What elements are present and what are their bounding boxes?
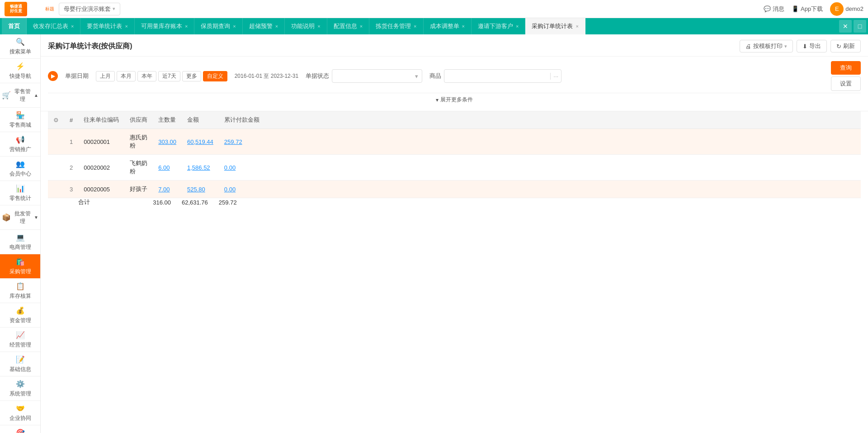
tab-collect-close[interactable]: × (71, 24, 74, 29)
sidebar-item-retail-stat[interactable]: 📊 零售统计 (0, 181, 40, 205)
tab-overstock-label: 超储预警 (249, 22, 273, 30)
message-button[interactable]: 💬 消息 (764, 5, 784, 13)
sidebar-item-inventory[interactable]: 📋 库存核算 (0, 279, 40, 303)
sidebar-retail-label: 零售管理 (13, 88, 32, 103)
status-select[interactable]: ▾ (332, 69, 422, 83)
tab-overstock[interactable]: 超储预警 × (243, 18, 285, 34)
tab-cost[interactable]: 成本调整单 × (424, 18, 472, 34)
tab-collect[interactable]: 收发存汇总表 × (27, 18, 80, 34)
row1-amount[interactable]: 60,519.44 (182, 129, 219, 155)
sidebar-quicknav-label: 快捷导航 (9, 72, 31, 80)
tab-config-close[interactable]: × (360, 24, 363, 29)
export-button[interactable]: ⬇ 导出 (797, 40, 827, 52)
sidebar: 🔍 搜索菜单 ⚡ 快捷导航 🛒 零售管理 ▲ 🏪 零售商城 📢 营销推广 👥 会… (0, 34, 41, 433)
footer-quantity: 316.00 (153, 198, 182, 207)
row1-quantity[interactable]: 303.00 (153, 129, 182, 155)
sidebar-item-operation[interactable]: 📈 经营管理 (0, 328, 40, 352)
filter-settings-button[interactable]: 设置 (831, 76, 861, 91)
sidebar-item-ecommerce[interactable]: 💻 电商管理 (0, 230, 40, 254)
tab-overstock-close[interactable]: × (275, 24, 278, 29)
tab-requisition-close[interactable]: × (125, 24, 127, 29)
tab-quality[interactable]: 保质期查询 × (194, 18, 242, 34)
tab-stock[interactable]: 可用量库存账本 × (135, 18, 194, 34)
row3-amount[interactable]: 525.80 (182, 181, 219, 198)
sidebar-item-finance[interactable]: 💰 资金管理 (0, 303, 40, 328)
goods-field: 商品 ··· (429, 69, 561, 83)
sidebar-item-retail-mall[interactable]: 🏪 零售商城 (0, 108, 40, 132)
goods-input[interactable] (444, 71, 550, 81)
date-7days[interactable]: 近7天 (158, 71, 180, 81)
message-icon: 💬 (764, 5, 771, 12)
print-button[interactable]: 🖨 按模板打印 ▾ (740, 40, 793, 52)
restore-button[interactable]: □ (854, 20, 866, 33)
row3-quantity[interactable]: 7.00 (153, 181, 182, 198)
row3-code: 00020005 (78, 181, 124, 198)
purchase-icon: 🛍️ (16, 257, 25, 266)
filter-actions: 查询 设置 (831, 61, 861, 91)
tab-function-close[interactable]: × (317, 24, 320, 29)
status-label: 单据状态 (306, 72, 329, 80)
table-settings-col[interactable]: ⚙ (48, 111, 64, 129)
sidebar-item-purchase[interactable]: 🛍️ 采购管理 (0, 254, 40, 279)
footer-num (64, 198, 78, 207)
date-more[interactable]: 更多 (182, 71, 201, 81)
sidebar-item-member[interactable]: 👥 会员中心 (0, 157, 40, 181)
row2-quantity[interactable]: 6.00 (153, 155, 182, 181)
sidebar-item-basic[interactable]: 📝 基础信息 (0, 352, 40, 376)
tab-config[interactable]: 配置信息 × (327, 18, 369, 34)
sidebar-item-wholesale[interactable]: 📦 批发管理 ▼ (0, 205, 40, 230)
goods-more-icon[interactable]: ··· (550, 73, 561, 80)
date-this-year[interactable]: 本年 (137, 71, 156, 81)
filter-toggle-button[interactable]: ▶ (48, 71, 58, 81)
app-download-button[interactable]: 📱 App下载 (792, 5, 823, 13)
row2-amount[interactable]: 1,586.52 (182, 155, 219, 181)
print-label: 按模板打印 (753, 42, 783, 50)
date-this-month[interactable]: 本月 (117, 71, 136, 81)
sidebar-item-quicknav[interactable]: ⚡ 快捷导航 (0, 59, 40, 83)
tab-home[interactable]: 首页 (2, 18, 27, 34)
enterprise-icon: 🤝 (16, 404, 25, 413)
row1-settings (48, 129, 64, 155)
query-button[interactable]: 查询 (831, 61, 861, 75)
tab-invite-close[interactable]: × (516, 24, 519, 29)
expand-icon: ▾ (436, 97, 439, 103)
workspace-selector[interactable]: 母婴行业演示账套 ▾ (59, 3, 120, 15)
date-custom-badge[interactable]: 自定义 (203, 71, 227, 81)
footer-empty (265, 198, 861, 207)
row1-paid[interactable]: 259.72 (219, 129, 265, 155)
tab-quality-close[interactable]: × (233, 24, 236, 29)
sidebar-item-system[interactable]: ⚙️ 系统管理 (0, 376, 40, 401)
top-bar-right: 💬 消息 📱 App下载 E demo2 (764, 2, 863, 16)
tab-purchase-stat-close[interactable]: × (576, 24, 578, 29)
row2-paid[interactable]: 0.00 (219, 155, 265, 181)
data-table: ⚙ # 往来单位编码 供应商 主数量 金额 累计付款金额 (48, 111, 861, 206)
date-pills: 上月 本月 本年 近7天 更多 自定义 (96, 71, 227, 81)
sidebar-item-retail[interactable]: 🛒 零售管理 ▲ (0, 83, 40, 108)
sidebar-item-search[interactable]: 🔍 搜索菜单 (0, 34, 40, 59)
tab-function[interactable]: 功能说明 × (285, 18, 327, 34)
close-all-button[interactable]: ✕ (839, 20, 852, 33)
tab-picking[interactable]: 拣货任务管理 × (369, 18, 423, 34)
date-last-month[interactable]: 上月 (96, 71, 115, 81)
sidebar-item-marketing[interactable]: 📢 营销推广 (0, 132, 40, 157)
finance-icon: 💰 (16, 306, 25, 315)
expand-more-button[interactable]: ▾ 展开更多条件 (48, 93, 861, 106)
row3-paid[interactable]: 0.00 (219, 181, 265, 198)
sidebar-item-enterprise[interactable]: 🤝 企业协同 (0, 401, 40, 425)
tab-invite-label: 邀请下游客户 (478, 22, 513, 30)
tab-cost-close[interactable]: × (462, 24, 465, 29)
refresh-button[interactable]: ↻ 刷新 (830, 40, 861, 52)
user-area[interactable]: E demo2 (830, 2, 863, 16)
tab-function-label: 功能说明 (291, 22, 315, 30)
tab-requisition[interactable]: 要货单统计表 × (80, 18, 134, 34)
app-label: App下载 (801, 5, 823, 13)
sidebar-enterprise-label: 企业协同 (9, 414, 31, 422)
sidebar-item-newguide[interactable]: 🎯 新手引导 (0, 425, 40, 433)
footer-label: 合计 (78, 198, 153, 207)
tab-picking-close[interactable]: × (414, 24, 416, 29)
marketing-icon: 📢 (16, 135, 25, 144)
tab-invite[interactable]: 邀请下游客户 × (472, 18, 525, 34)
tab-purchase-stat[interactable]: 采购订单统计表 × (525, 18, 585, 34)
tab-stock-close[interactable]: × (185, 24, 188, 29)
col-paid: 累计付款金额 (219, 111, 265, 129)
